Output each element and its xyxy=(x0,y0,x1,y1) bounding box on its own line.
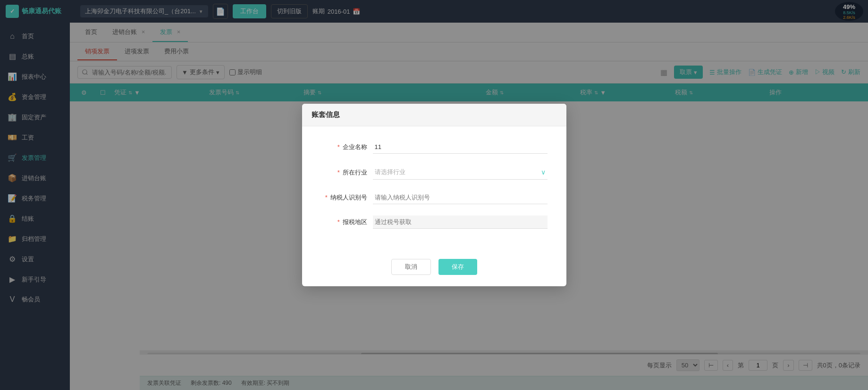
company-name-input[interactable] xyxy=(373,141,548,154)
modal-header: 账套信息 xyxy=(302,104,566,126)
form-row-tax-id: * 纳税人识别号 xyxy=(321,191,548,204)
modal-body: * 企业名称 * 所在行业 请选择行业 ∨ * xyxy=(302,126,566,254)
modal-overlay: 账套信息 * 企业名称 * 所在行业 请选择行业 ∨ xyxy=(0,0,868,390)
industry-label: * 所在行业 xyxy=(321,168,373,177)
modal-title: 账套信息 xyxy=(312,110,340,118)
tax-id-label: * 纳税人识别号 xyxy=(321,193,373,202)
required-mark-company: * xyxy=(337,143,340,150)
tax-region-input xyxy=(373,216,548,229)
form-row-tax-region: * 报税地区 xyxy=(321,216,548,229)
required-mark-tax: * xyxy=(325,194,328,201)
industry-dropdown-icon: ∨ xyxy=(541,168,546,176)
tax-id-input[interactable] xyxy=(373,191,548,204)
required-mark-region: * xyxy=(337,218,340,225)
form-row-company-name: * 企业名称 xyxy=(321,141,548,154)
form-row-industry: * 所在行业 请选择行业 ∨ xyxy=(321,165,548,180)
required-mark-industry: * xyxy=(337,169,340,176)
modal-footer: 取消 保存 xyxy=(302,254,566,286)
modal-dialog: 账套信息 * 企业名称 * 所在行业 请选择行业 ∨ xyxy=(302,104,566,286)
industry-placeholder: 请选择行业 xyxy=(375,168,541,176)
company-name-label: * 企业名称 xyxy=(321,143,373,151)
save-button[interactable]: 保存 xyxy=(438,259,477,275)
cancel-button[interactable]: 取消 xyxy=(391,259,431,275)
industry-select[interactable]: 请选择行业 ∨ xyxy=(373,165,548,180)
tax-region-label: * 报税地区 xyxy=(321,218,373,226)
